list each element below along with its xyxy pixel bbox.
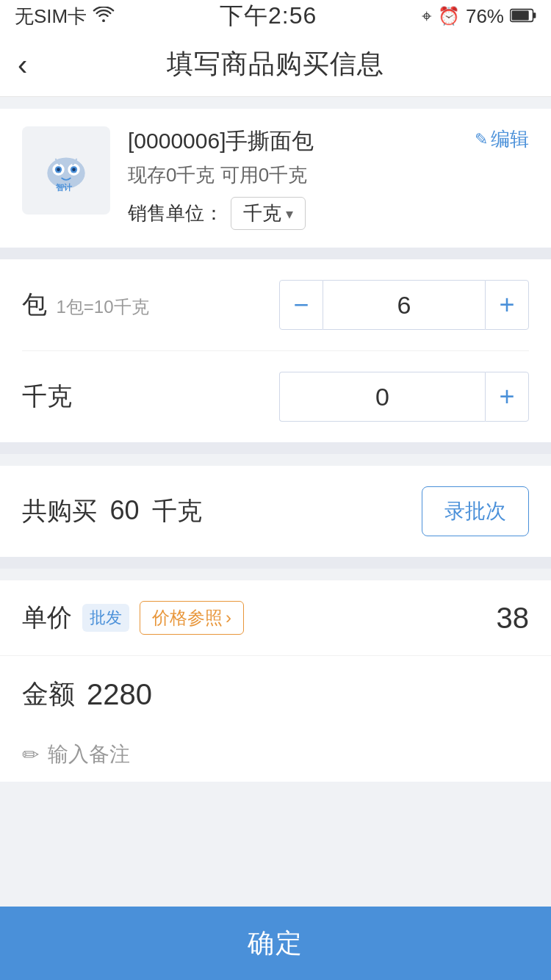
unit-selector[interactable]: 千克 ▾	[231, 197, 306, 230]
amount-value: 2280	[87, 678, 152, 711]
product-card: 智计 [0000006]手撕面包 ✎ 编辑 现存0千克 可用0千克 销售单位： …	[0, 109, 551, 248]
bag-minus-button[interactable]: −	[279, 280, 323, 330]
unit-value: 千克	[243, 201, 281, 226]
total-value: 60	[109, 495, 139, 525]
price-left: 单价 批发 价格参照 ›	[22, 601, 244, 635]
amount-label: 金额	[22, 677, 75, 713]
battery-icon	[510, 5, 536, 28]
edit-icon: ✎	[475, 130, 488, 149]
bag-sub-label: 1包=10千克	[56, 297, 148, 317]
input-section: 包 1包=10千克 − + 千克 +	[0, 259, 551, 442]
unit-dropdown-icon: ▾	[286, 205, 293, 223]
edit-button[interactable]: ✎ 编辑	[475, 126, 529, 152]
kg-input-row: 千克 +	[22, 351, 529, 442]
product-stock: 现存0千克 可用0千克	[128, 162, 529, 188]
bag-controls: − +	[279, 280, 529, 330]
separator-2	[0, 442, 551, 454]
page-title: 填写商品购买信息	[167, 46, 384, 82]
carrier-label: 无SIM卡	[15, 4, 87, 29]
svg-text:智计: 智计	[55, 183, 73, 192]
record-batch-button[interactable]: 录批次	[422, 486, 529, 536]
edit-label: 编辑	[491, 126, 529, 152]
price-ref-button[interactable]: 价格参照 ›	[140, 601, 244, 635]
svg-rect-2	[512, 10, 529, 20]
total-suffix: 千克	[152, 497, 202, 525]
total-prefix: 共购买	[22, 497, 97, 525]
nav-bar: ‹ 填写商品购买信息	[0, 32, 551, 97]
price-ref-label: 价格参照	[152, 606, 223, 630]
amount-row: 金额 2280	[22, 677, 529, 713]
bag-label-container: 包 1包=10千克	[22, 288, 149, 322]
product-info-header: [0000006]手撕面包 ✎ 编辑	[128, 126, 529, 156]
product-unit: 销售单位： 千克 ▾	[128, 197, 529, 230]
unit-label: 销售单位：	[128, 201, 223, 226]
price-section: 单价 批发 价格参照 › 38	[0, 580, 551, 656]
bag-label: 包	[22, 290, 47, 318]
note-placeholder: 输入备注	[48, 741, 130, 768]
price-ref-arrow: ›	[226, 608, 231, 628]
product-image: 智计	[22, 126, 110, 215]
status-bar: 无SIM卡 下午2:56 ⌖ ⏰ 76%	[0, 0, 551, 32]
bag-quantity-input[interactable]	[323, 280, 485, 330]
kg-quantity-input[interactable]	[279, 372, 485, 422]
separator-3	[0, 557, 551, 569]
total-section: 共购买 60 千克 录批次	[0, 466, 551, 557]
total-text: 共购买 60 千克	[22, 494, 202, 528]
product-name: [0000006]手撕面包	[128, 126, 314, 156]
status-left: 无SIM卡	[15, 4, 115, 29]
wifi-icon	[93, 5, 115, 28]
battery-label: 76%	[466, 5, 504, 28]
kg-controls: +	[279, 372, 529, 422]
product-info: [0000006]手撕面包 ✎ 编辑 现存0千克 可用0千克 销售单位： 千克 …	[128, 126, 529, 230]
bag-plus-button[interactable]: +	[485, 280, 529, 330]
location-icon: ⌖	[422, 6, 432, 26]
kg-label-container: 千克	[22, 380, 72, 414]
status-right: ⌖ ⏰ 76%	[422, 5, 536, 28]
amount-section: 金额 2280 ✏ 输入备注	[0, 656, 551, 782]
alarm-icon: ⏰	[438, 6, 460, 26]
price-label: 单价	[22, 601, 72, 635]
batch-tag: 批发	[82, 604, 129, 632]
svg-rect-1	[533, 12, 536, 18]
price-value: 38	[497, 602, 530, 635]
back-button[interactable]: ‹	[18, 50, 27, 79]
svg-point-8	[57, 168, 60, 172]
kg-plus-button[interactable]: +	[485, 372, 529, 422]
confirm-button-label: 确定	[248, 926, 303, 962]
status-time: 下午2:56	[220, 0, 317, 32]
note-row[interactable]: ✏ 输入备注	[22, 727, 529, 782]
separator-1	[0, 248, 551, 259]
svg-point-9	[72, 168, 76, 172]
bag-input-row: 包 1包=10千克 − +	[22, 259, 529, 351]
note-icon: ✏	[22, 743, 39, 767]
confirm-bar[interactable]: 确定	[0, 907, 551, 980]
kg-label: 千克	[22, 382, 72, 410]
